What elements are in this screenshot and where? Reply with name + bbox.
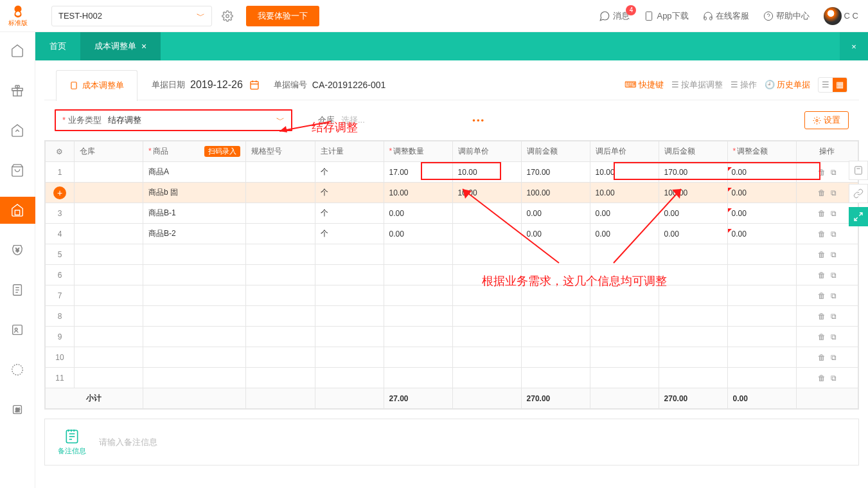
col-post-amt: 调后金额 — [659, 141, 727, 162]
svg-text:新: 新 — [15, 407, 20, 413]
nav-home[interactable] — [0, 37, 35, 64]
store-selector[interactable]: TEST-H002 ﹀ — [51, 6, 212, 26]
delete-row-icon[interactable]: 🗑 — [818, 374, 826, 383]
table-row[interactable]: 6🗑⧉ — [46, 265, 858, 285]
col-pre-price: 调前单价 — [452, 141, 521, 162]
copy-row-icon[interactable]: ⧉ — [831, 230, 837, 239]
rail-note-icon[interactable] — [849, 161, 868, 180]
table-row[interactable]: 5🗑⧉ — [46, 244, 858, 265]
table-row[interactable]: 10🗑⧉ — [46, 347, 858, 368]
nav-warehouse[interactable] — [0, 197, 35, 224]
filters: * 业务类型 结存调整 ﹀ 仓库 选择... ••• 设置 — [35, 100, 868, 140]
gear-icon[interactable] — [222, 10, 233, 22]
nav-new[interactable]: 新 — [0, 396, 35, 423]
delete-row-icon[interactable]: 🗑 — [818, 188, 826, 197]
docno-value: CA-20191226-001 — [312, 80, 385, 90]
svg-point-16 — [15, 328, 17, 330]
subtotal-qty: 27.00 — [384, 388, 452, 409]
remark-input[interactable] — [99, 437, 846, 447]
nav-receive[interactable] — [0, 117, 35, 144]
view-list-icon[interactable]: ☰ — [819, 78, 833, 92]
svg-point-25 — [816, 119, 818, 121]
doc-header: 成本调整单 单据日期 2019-12-26 单据编号 CA-20191226-0… — [44, 69, 859, 100]
delete-row-icon[interactable]: 🗑 — [818, 230, 826, 239]
table-row[interactable]: +商品b 固个10.0010.00100.0010.00100.000.00🗑⧉ — [46, 183, 858, 203]
nav-sync[interactable] — [0, 356, 35, 383]
history-link[interactable]: 🕘历史单据 — [765, 79, 810, 91]
footer-actions: 放弃 保存草稿 保存▾ — [44, 474, 859, 488]
delete-row-icon[interactable]: 🗑 — [818, 209, 826, 218]
table-row[interactable]: 3商品B-1个0.000.000.000.000.00🗑⧉ — [46, 203, 858, 224]
calendar-icon[interactable] — [249, 79, 260, 90]
more-icon[interactable]: ••• — [472, 116, 485, 125]
table-row[interactable]: 1商品A个17.0010.00170.0010.00170.000.00🗑⧉ — [46, 162, 858, 183]
copy-row-icon[interactable]: ⧉ — [831, 188, 837, 197]
close-tab-icon[interactable]: × — [141, 41, 146, 51]
svg-line-42 — [855, 217, 858, 221]
delete-row-icon[interactable]: 🗑 — [818, 168, 826, 177]
data-table: ⚙ 仓库 *商品扫码录入 规格型号 主计量 *调整数量 调前单价 调前金额 调后… — [44, 140, 859, 410]
view-grid-icon[interactable]: ▦ — [833, 78, 847, 92]
settings-button[interactable]: 设置 — [804, 111, 849, 129]
col-settings-icon[interactable]: ⚙ — [46, 141, 75, 162]
rail-link-icon[interactable] — [849, 184, 868, 203]
topbar: 标准版 TEST-H002 ﹀ 我要体验一下 消息 4 App下载 在线客服 帮… — [0, 0, 868, 32]
annotation-text: 结存调整 — [312, 120, 358, 135]
date-value[interactable]: 2019-12-26 — [190, 79, 243, 91]
doc-tab[interactable]: 成本调整单 — [56, 70, 137, 101]
copy-row-icon[interactable]: ⧉ — [831, 168, 837, 177]
delete-row-icon[interactable]: 🗑 — [818, 291, 826, 300]
col-adj-amt: *调整金额 — [727, 141, 796, 162]
svg-rect-20 — [71, 82, 76, 89]
copy-row-icon[interactable]: ⧉ — [831, 332, 837, 341]
copy-row-icon[interactable]: ⧉ — [831, 353, 837, 362]
chevron-down-icon: ﹀ — [197, 10, 205, 22]
nav-gift[interactable] — [0, 77, 35, 104]
svg-point-3 — [764, 12, 772, 20]
view-toggle[interactable]: ☰ ▦ — [818, 77, 847, 93]
copy-row-icon[interactable]: ⧉ — [831, 209, 837, 218]
app-download-link[interactable]: App下载 — [644, 10, 688, 22]
copy-row-icon[interactable]: ⧉ — [831, 374, 837, 383]
delete-row-icon[interactable]: 🗑 — [818, 271, 826, 280]
hotkey-link[interactable]: ⌨快捷键 — [624, 79, 664, 91]
remark-icon: 备注信息 — [58, 428, 86, 456]
trial-button[interactable]: 我要体验一下 — [246, 6, 319, 26]
user-menu[interactable]: C C — [824, 7, 858, 25]
delete-row-icon[interactable]: 🗑 — [818, 332, 826, 341]
scan-button[interactable]: 扫码录入 — [204, 146, 240, 157]
help-link[interactable]: 帮助中心 — [763, 10, 810, 22]
delete-row-icon[interactable]: 🗑 — [818, 312, 826, 321]
subtotal-adj-amt: 0.00 — [727, 388, 796, 409]
delete-row-icon[interactable]: 🗑 — [818, 250, 826, 259]
copy-row-icon[interactable]: ⧉ — [831, 250, 837, 259]
delete-row-icon[interactable]: 🗑 — [818, 353, 826, 362]
ops-link[interactable]: ☰操作 — [731, 79, 757, 91]
close-all-tabs[interactable]: × — [840, 32, 868, 60]
table-row[interactable]: 11🗑⧉ — [46, 368, 858, 388]
table-row[interactable]: 7🗑⧉ — [46, 285, 858, 306]
tab-cost-adjust[interactable]: 成本调整单 × — [80, 32, 161, 60]
add-row-button[interactable]: + — [53, 186, 66, 199]
table-row[interactable]: 4商品B-2个0.000.000.000.000.00🗑⧉ — [46, 224, 858, 244]
page-tabs: 首页 成本调整单 × × — [35, 32, 868, 60]
tab-home[interactable]: 首页 — [35, 32, 80, 60]
biz-type-field[interactable]: * 业务类型 结存调整 ﹀ — [55, 109, 292, 131]
by-doc-link[interactable]: ☰按单据调整 — [671, 79, 723, 91]
customer-service-link[interactable]: 在线客服 — [703, 10, 749, 22]
svg-rect-21 — [251, 81, 258, 89]
nav-bag[interactable] — [0, 157, 35, 184]
avatar — [824, 7, 842, 25]
col-warehouse: 仓库 — [74, 141, 143, 162]
nav-contact[interactable] — [0, 316, 35, 343]
rail-expand-icon[interactable] — [849, 207, 868, 226]
copy-row-icon[interactable]: ⧉ — [831, 312, 837, 321]
table-row[interactable]: 8🗑⧉ — [46, 306, 858, 327]
table-row[interactable]: 9🗑⧉ — [46, 327, 858, 347]
copy-row-icon[interactable]: ⧉ — [831, 291, 837, 300]
logo: 标准版 — [0, 0, 35, 32]
copy-row-icon[interactable]: ⧉ — [831, 271, 837, 280]
messages-link[interactable]: 消息 4 — [599, 10, 630, 22]
nav-money[interactable]: ¥ — [0, 237, 35, 264]
nav-doc[interactable] — [0, 276, 35, 303]
